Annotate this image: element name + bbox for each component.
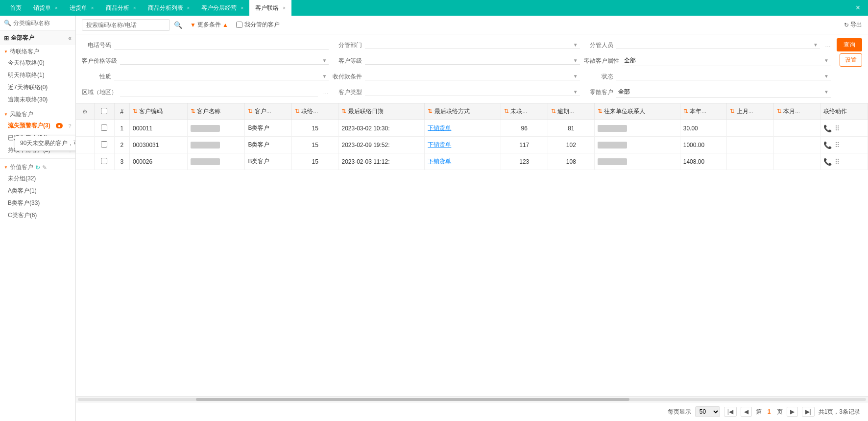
row2-more-icon[interactable]: ⠿ (835, 141, 840, 149)
row3-more-icon[interactable]: ⠿ (835, 158, 840, 166)
filter-scatter-customer: 零散客户 全部 ▼ (584, 85, 831, 99)
nature-select[interactable]: ▼ (114, 73, 329, 80)
close-customer-contact-icon[interactable]: × (283, 5, 286, 11)
table-settings-column[interactable]: ⚙ (76, 103, 94, 120)
sort-icon: ⇅ (133, 108, 138, 115)
main-search-button[interactable]: 🔍 (174, 21, 182, 29)
my-customers-checkbox[interactable] (236, 22, 242, 28)
close-sales-order-icon[interactable]: × (55, 5, 58, 11)
sidebar-group-value-customers[interactable]: ▼ 价值客户 ↻ ✎ (0, 161, 75, 173)
per-page-label: 每页显示 (668, 408, 691, 416)
customer-tier-select[interactable]: ▼ (365, 57, 579, 65)
status-dropdown-icon: ▼ (824, 74, 829, 79)
scroll-track (78, 398, 866, 401)
help-icon[interactable]: ? (68, 123, 72, 129)
dept-select[interactable]: ▼ (365, 41, 579, 49)
sort-icon-name: ⇅ (191, 108, 195, 115)
scatter-customer-select[interactable]: 全部 ▼ (616, 87, 831, 98)
nav-customer-contact[interactable]: 客户联络 × (249, 0, 291, 16)
row3-call-icon[interactable]: 📞 (823, 158, 832, 166)
churn-warning-badge: ● (56, 123, 63, 128)
sidebar-item-class-c[interactable]: C类客户(6) (0, 209, 75, 222)
filter-customer-tier: 客户等级 ▼ (333, 54, 579, 68)
row3-unit-contact (595, 153, 680, 170)
person-extra-icon[interactable]: … (825, 42, 831, 49)
more-conditions-button[interactable]: ▼ 更多条件 ▲ (186, 19, 232, 31)
close-product-analysis-icon[interactable]: × (133, 5, 136, 11)
person-select[interactable]: ▼ (616, 41, 820, 49)
row1-select-checkbox[interactable] (101, 124, 107, 131)
row3-select-checkbox[interactable] (101, 158, 107, 164)
row1-method-link[interactable]: 下销货单 (428, 124, 451, 131)
region-input[interactable] (120, 88, 318, 97)
sidebar-group-pending-contact[interactable]: ▼ 待联络客户 (0, 45, 75, 57)
row1-last-contact-method[interactable]: 下销货单 (425, 120, 501, 137)
row2-method-link[interactable]: 下销货单 (428, 141, 451, 148)
settings-button[interactable]: 设置 (840, 53, 862, 67)
window-close-button[interactable]: × (852, 3, 864, 12)
price-tier-select[interactable]: ▼ (120, 57, 329, 65)
sidebar-item-churn-warning[interactable]: 流失预警客户(3) ● ? (0, 120, 75, 132)
row2-overdue: 102 (548, 137, 595, 153)
collapse-sidebar-icon[interactable]: « (68, 35, 72, 42)
table-header-row: ⚙ # ⇅ 客户编码 ⇅ 客户名称 ⇅ 客户... ⇅ (76, 103, 868, 120)
nav-purchase-order[interactable]: 进货单 × (64, 0, 100, 16)
horizontal-scrollbar[interactable] (76, 396, 868, 402)
sidebar-item-class-b[interactable]: B类客户(33) (0, 197, 75, 209)
sidebar-item-overdue-pending[interactable]: 逾期未联络(30) (0, 94, 75, 106)
row2-last-contact-method[interactable]: 下销货单 (425, 137, 501, 153)
export-button[interactable]: ↻ 导出 (844, 21, 862, 29)
filter-price-tier: 客户价格等级 ▼ (82, 54, 329, 68)
region-extra-icon[interactable]: … (323, 89, 329, 96)
sidebar-item-class-a[interactable]: A类客户(1) (0, 185, 75, 197)
scatter-customer-dropdown-icon: ▼ (824, 89, 829, 95)
close-customer-tier-icon[interactable]: × (241, 5, 243, 11)
row1-more-icon[interactable]: ⠿ (835, 124, 840, 132)
edit-group-icon[interactable]: ✎ (42, 164, 47, 171)
nav-home[interactable]: 首页 (4, 0, 27, 16)
row2-last-month (727, 137, 774, 153)
row1-call-icon[interactable]: 📞 (823, 124, 832, 132)
sort-icon-overdue: ⇅ (551, 108, 556, 115)
last-page-button[interactable]: ▶| (802, 407, 815, 417)
close-product-analysis-list-icon[interactable]: × (187, 5, 190, 11)
refresh-icon[interactable]: ↻ (35, 164, 40, 171)
scroll-thumb[interactable] (196, 398, 629, 401)
sidebar-item-today-pending[interactable]: 今天待联络(0) (0, 57, 75, 69)
sidebar-group-risk-customers[interactable]: ▼ 风险客户 (0, 108, 75, 120)
sidebar-item-7days-pending[interactable]: 近7天待联络(0) (0, 81, 75, 94)
row3-unit-blurred (598, 158, 627, 165)
query-button[interactable]: 查询 (837, 38, 862, 51)
row3-method-link[interactable]: 下销货单 (428, 158, 451, 165)
payment-select[interactable]: ▼ (365, 73, 579, 80)
all-customers-header[interactable]: ⊞ 全部客户 « (0, 31, 75, 45)
phone-input[interactable] (114, 41, 329, 50)
price-tier-dropdown-icon: ▼ (322, 58, 327, 63)
filter-scatter-attr: 零散客户属性 全部 ▼ (584, 54, 831, 68)
nav-product-analysis[interactable]: 商品分析 × (100, 0, 142, 16)
first-page-button[interactable]: |◀ (724, 407, 737, 417)
row2-select-checkbox[interactable] (101, 141, 107, 148)
close-purchase-order-icon[interactable]: × (91, 5, 94, 11)
nav-product-analysis-list[interactable]: 商品分析列表 × (142, 0, 196, 16)
per-page-select[interactable]: 50 100 200 (695, 406, 720, 417)
scatter-attr-select[interactable]: 全部 ▼ (622, 55, 831, 66)
prev-page-button[interactable]: ◀ (741, 407, 752, 417)
main-search-input[interactable] (82, 19, 170, 31)
nav-sales-order[interactable]: 销货单 × (27, 0, 64, 16)
customer-type-select[interactable]: ▼ (365, 88, 579, 96)
row3-last-contact-method[interactable]: 下销货单 (425, 153, 501, 170)
sidebar-item-tomorrow-pending[interactable]: 明天待联络(1) (0, 69, 75, 81)
next-page-button[interactable]: ▶ (787, 407, 798, 417)
my-customers-checkbox-label[interactable]: 我分管的客户 (236, 21, 280, 29)
row2-name-blurred (191, 142, 220, 149)
sidebar-search-input[interactable] (13, 20, 76, 26)
row2-call-icon[interactable]: 📞 (823, 141, 832, 149)
status-select[interactable]: ▼ (616, 73, 831, 80)
sidebar-item-ungrouped[interactable]: 未分组(32) (0, 173, 75, 185)
select-all-checkbox[interactable] (101, 108, 107, 114)
row1-name (187, 120, 245, 137)
nav-customer-tier[interactable]: 客户分层经营 × (195, 0, 249, 16)
sort-icon-unit: ⇅ (598, 108, 603, 115)
data-table-container: ⚙ # ⇅ 客户编码 ⇅ 客户名称 ⇅ 客户... ⇅ (76, 103, 868, 396)
